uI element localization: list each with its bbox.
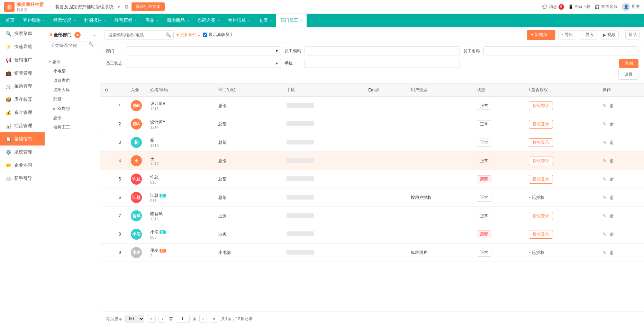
show-resigned-label[interactable]: 显示离职员工 xyxy=(203,32,234,38)
delete-icon[interactable]: 🗑 xyxy=(609,213,614,219)
edit-icon[interactable]: ✎ xyxy=(602,250,607,255)
dept-node-双鹿想[interactable]: ▶双鹿想 xyxy=(45,104,100,113)
tab-close-icon[interactable]: × xyxy=(43,18,45,23)
edit-icon[interactable]: ✎ xyxy=(602,195,607,200)
dept-node-配货[interactable]: 配货 xyxy=(45,95,100,104)
nav-tab-经营情况[interactable]: 经营情况× xyxy=(49,14,80,27)
set-btn[interactable]: 设置 xyxy=(618,70,638,80)
dept-node-项目库房[interactable]: 项目库房 xyxy=(45,76,100,85)
delete-icon[interactable]: 🗑 xyxy=(609,121,614,127)
col-phone[interactable]: 手机 ↕ xyxy=(282,83,364,97)
auth-login-btn[interactable]: 授权登录 xyxy=(529,230,553,239)
nav-tab-物料清单[interactable]: 物料清单× xyxy=(224,14,254,27)
per-page-select[interactable]: 50 100 200 xyxy=(125,315,144,323)
last-page-btn[interactable]: » xyxy=(210,315,218,323)
nav-tab-新增商品[interactable]: 新增商品× xyxy=(163,14,193,27)
tab-close-icon[interactable]: × xyxy=(300,18,302,23)
auth-login-btn[interactable]: 授权登录 xyxy=(529,212,553,220)
sidebar-item-营销推广[interactable]: 📢营销推广 xyxy=(0,53,45,67)
tab-close-icon[interactable]: × xyxy=(270,18,272,23)
import-btn[interactable]: ↓ 导入 xyxy=(579,30,597,39)
dept-node-总部[interactable]: 总部 xyxy=(45,113,100,123)
col-settings[interactable]: ⚙ xyxy=(100,83,113,97)
first-page-btn[interactable]: « xyxy=(147,315,156,323)
sidebar-item-基础信息[interactable]: 📋基础信息 xyxy=(0,132,45,146)
dropdown-icon[interactable]: ▾ xyxy=(118,4,120,9)
sidebar-item-企业协同[interactable]: 🤝企业协同 xyxy=(0,159,45,172)
nav-tab-仓库[interactable]: 仓库× xyxy=(255,14,276,27)
online-service-btn[interactable]: 🎧 在线客服 xyxy=(595,4,618,10)
prev-page-btn[interactable]: ‹ xyxy=(158,315,166,323)
dept-node-总部[interactable]: ▾总部 xyxy=(45,57,100,67)
tab-close-icon[interactable]: × xyxy=(156,18,158,23)
sidebar-item-新手引导[interactable]: 📖新手引导 xyxy=(0,172,45,185)
delete-icon[interactable]: 🗑 xyxy=(609,176,614,182)
edit-icon[interactable]: ✎ xyxy=(602,103,607,108)
dept-node-沈阳大库[interactable]: 沈阳大库 xyxy=(45,85,100,95)
delete-icon[interactable]: 🗑 xyxy=(609,250,614,255)
dept-node-小电部[interactable]: 小电部 xyxy=(45,67,100,76)
auth-login-btn[interactable]: 授权登录 xyxy=(529,120,553,129)
sidebar-item-系统管理[interactable]: ⚙️系统管理 xyxy=(0,146,45,159)
app-download-btn[interactable]: 📱 App下载 xyxy=(568,4,590,10)
tab-close-icon[interactable]: × xyxy=(187,18,189,23)
nav-tab-条码方案[interactable]: 条码方案× xyxy=(193,14,224,27)
next-page-btn[interactable]: › xyxy=(199,315,207,323)
add-employee-btn[interactable]: + 新增员工 xyxy=(527,30,555,40)
nav-tab-利润报告[interactable]: 利润报告× xyxy=(80,14,110,27)
sidebar-item-库存核算[interactable]: 📦库存核算 xyxy=(0,93,45,106)
delete-icon[interactable]: 🗑 xyxy=(609,195,614,200)
filter-empcode-input[interactable] xyxy=(305,46,460,55)
page-input[interactable] xyxy=(176,315,190,323)
col-name[interactable]: 姓名/编码 ↕ xyxy=(146,83,214,97)
filter-status-select[interactable]: ▾ xyxy=(126,59,281,68)
edit-icon[interactable]: ✎ xyxy=(602,158,607,164)
auth-login-btn[interactable]: 授权登录 xyxy=(529,175,553,184)
dept-edit-badge[interactable]: ✎ xyxy=(74,32,81,38)
edit-icon[interactable]: ✎ xyxy=(602,231,607,237)
filter-empname-input[interactable] xyxy=(483,46,638,55)
nav-tab-部门员工[interactable]: 部门员工× xyxy=(276,14,307,27)
auth-login-btn[interactable]: 授权登录 xyxy=(529,157,553,165)
filter-dept-select[interactable]: ▾ xyxy=(126,46,281,55)
dept-collapse-icon[interactable]: « xyxy=(93,33,96,38)
sidebar-item-资金管理[interactable]: 💰资金管理 xyxy=(0,106,45,119)
query-btn[interactable]: 查询 xyxy=(619,59,638,68)
tab-close-icon[interactable]: × xyxy=(104,18,106,23)
col-dept[interactable]: 部门/职位 ↕ xyxy=(214,83,282,97)
sidebar-item-销售管理[interactable]: 💼销售管理 xyxy=(0,67,45,80)
auth-login-btn[interactable]: 授权登录 xyxy=(529,102,553,110)
edit-icon[interactable]: ✎ xyxy=(602,121,607,127)
search-icon[interactable]: 🔍 xyxy=(165,32,171,37)
sidebar-item-快速导航[interactable]: ⚡快速导航 xyxy=(0,40,45,53)
sidebar-item-经营管理[interactable]: 📊经营管理 xyxy=(0,119,45,132)
delete-icon[interactable]: 🗑 xyxy=(609,140,614,145)
edit-icon[interactable]: ✎ xyxy=(602,140,607,145)
tab-close-icon[interactable]: × xyxy=(73,18,75,23)
dept-node-植树王三[interactable]: 植树王三 xyxy=(45,123,100,132)
view-btn[interactable]: ▶ 视频 xyxy=(600,30,619,39)
filter-phone-input[interactable] xyxy=(305,59,460,68)
edit-icon[interactable]: ✎ xyxy=(602,176,607,182)
show-resigned-checkbox[interactable] xyxy=(203,33,207,37)
tab-close-icon[interactable]: × xyxy=(135,18,137,23)
nav-tab-商品[interactable]: 商品× xyxy=(141,14,163,27)
filter-btn[interactable]: ▾ 更多条件 ▴ xyxy=(176,32,200,38)
search-input[interactable] xyxy=(105,30,174,39)
nav-tab-经营历程[interactable]: 经营历程× xyxy=(110,14,141,27)
tab-close-icon[interactable]: × xyxy=(218,18,220,23)
nav-tab-客户联络[interactable]: 客户联络× xyxy=(19,14,49,27)
help-btn[interactable]: 帮助 xyxy=(625,30,640,39)
delete-icon[interactable]: 🗑 xyxy=(609,231,614,237)
tab-close-icon[interactable]: × xyxy=(248,18,250,23)
sidebar-item-采购管理[interactable]: 🛒采购管理 xyxy=(0,80,45,93)
nav-tab-首页[interactable]: 首页 xyxy=(1,14,19,27)
trial-button[interactable]: 体验行业方案 xyxy=(131,2,165,11)
export-btn[interactable]: ↑ 导出 xyxy=(558,30,576,39)
delete-icon[interactable]: 🗑 xyxy=(609,103,614,108)
user-area[interactable]: 👤 用友 xyxy=(622,3,640,11)
delete-icon[interactable]: 🗑 xyxy=(609,158,614,164)
settings-icon[interactable]: ⚙ xyxy=(124,4,129,10)
sidebar-item-搜索菜单[interactable]: 🔍搜索菜单 xyxy=(0,27,45,40)
edit-icon[interactable]: ✎ xyxy=(602,213,607,219)
